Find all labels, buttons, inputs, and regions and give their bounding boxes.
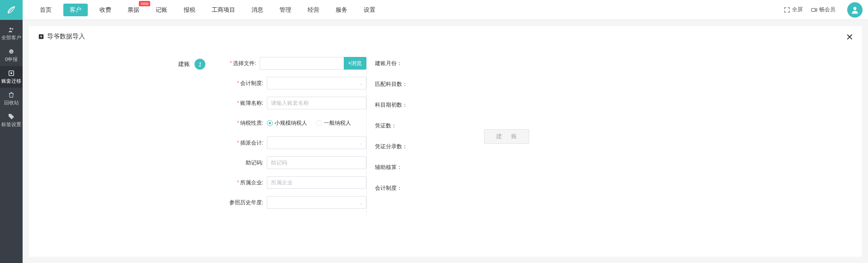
file-group: +浏览 (260, 57, 366, 70)
label-ref-year: 参照历史年度: (222, 199, 267, 207)
info-subject-open: 科目期初数： (375, 99, 457, 111)
step-indicator: 建账 1 (178, 59, 205, 70)
body-wrap: 全部客户 0 0申报 账套迁移 回收站 标签设置 导爷数据导入 ✕ (0, 20, 868, 263)
nav-business[interactable]: 工商项目 (204, 0, 243, 20)
panel: 导爷数据导入 ✕ 建账 1 *选择文件: +浏览 (29, 26, 862, 257)
svg-rect-0 (811, 8, 815, 11)
svg-text:0: 0 (10, 50, 12, 53)
input-enterprise[interactable] (267, 176, 366, 189)
row-tax-nature: *纳税性质: 小规模纳税人 一般纳税人 (222, 117, 366, 129)
member-link[interactable]: 畅会员 (811, 6, 835, 14)
sidebar-recycle[interactable]: 回收站 (0, 88, 23, 109)
nav-bill-label: 票据 (128, 6, 139, 13)
row-ref-year: 参照历史年度: ⌵ (222, 196, 366, 209)
row-accounting-system: *会计制度: ⌵ (222, 77, 366, 89)
sidebar-migrate[interactable]: 账套迁移 (0, 66, 23, 88)
row-enterprise: *所属企业: (222, 176, 366, 189)
svg-point-3 (12, 28, 13, 29)
leaf-icon (6, 5, 16, 15)
radio-icon (267, 120, 273, 126)
sidebar-item-label: 账套迁移 (1, 78, 21, 85)
info-voucher-count: 凭证数： (375, 119, 457, 132)
fullscreen-icon (784, 7, 790, 13)
step-label: 建账 (178, 60, 190, 68)
row-select-file: *选择文件: +浏览 (222, 57, 366, 70)
nav-tax[interactable]: 报税 (175, 0, 204, 20)
info-match-subject: 匹配科目数： (375, 78, 457, 90)
info-voucher-entry: 凭证分录数： (375, 140, 457, 153)
nav-service[interactable]: 服务 (327, 0, 356, 20)
info-aux-account: 辅助核算： (375, 161, 457, 174)
sidebar-item-label: 回收站 (4, 99, 19, 106)
app-logo[interactable] (0, 0, 23, 20)
fullscreen-toggle[interactable]: 全屏 (784, 6, 803, 14)
nav-account[interactable]: 记账 (147, 0, 175, 20)
sidebar-item-label: 标签设置 (1, 121, 21, 128)
form-area: 建账 1 *选择文件: +浏览 *会计制度: ⌵ (178, 57, 853, 216)
user-icon (850, 5, 859, 14)
users-icon (8, 26, 15, 33)
chevron-down-icon: ⌵ (360, 200, 362, 205)
label-mnemonic: 助记码: (222, 159, 267, 167)
video-icon (811, 7, 817, 13)
row-assign-accountant: *插派会计: ⌵ (222, 136, 366, 149)
input-mnemonic[interactable] (267, 156, 366, 169)
nav-customer[interactable]: 客户 (63, 4, 88, 16)
top-bar: 首页 客户 收费 票据 new 记账 报税 工商项目 消息 管理 经营 服务 设… (0, 0, 868, 20)
sidebar-item-label: 全部客户 (1, 34, 21, 41)
input-book-name[interactable] (267, 97, 366, 109)
row-mnemonic: 助记码: (222, 156, 366, 169)
fullscreen-label: 全屏 (792, 6, 803, 14)
radio-small-scale[interactable]: 小规模纳税人 (267, 119, 307, 127)
nav-home[interactable]: 首页 (32, 0, 60, 20)
sidebar-item-label: 0申报 (5, 56, 18, 63)
label-assign-accountant: *插派会计: (222, 139, 267, 147)
label-enterprise: *所属企业: (222, 179, 267, 187)
sidebar-all-customers[interactable]: 全部客户 (0, 23, 23, 44)
panel-title-text: 导爷数据导入 (47, 33, 85, 41)
select-ref-year[interactable]: ⌵ (267, 196, 366, 209)
circle-icon: 0 (8, 48, 15, 55)
label-tax-nature: *纳税性质: (222, 119, 267, 127)
info-create-month: 建账月份： (375, 57, 457, 70)
select-assign-accountant[interactable]: ⌵ (267, 136, 366, 149)
form-right-column: 建账月份： 匹配科目数： 科目期初数： 凭证数： 凭证分录数： 辅助核算： 会计… (366, 57, 457, 216)
main-content: 导爷数据导入 ✕ 建账 1 *选择文件: +浏览 (23, 20, 868, 263)
radio-group-tax: 小规模纳税人 一般纳税人 (267, 119, 351, 127)
form-left-column: *选择文件: +浏览 *会计制度: ⌵ *账簿名称: (222, 57, 366, 216)
browse-button[interactable]: +浏览 (344, 57, 366, 70)
label-accounting-system: *会计制度: (222, 80, 267, 87)
select-accounting-system[interactable]: ⌵ (267, 77, 366, 89)
sidebar-tag-setting[interactable]: 标签设置 (0, 109, 23, 131)
sidebar: 全部客户 0 0申报 账套迁移 回收站 标签设置 (0, 20, 23, 263)
radio-general[interactable]: 一般纳税人 (316, 119, 351, 127)
nav-setting[interactable]: 设置 (356, 0, 384, 20)
nav-charge[interactable]: 收费 (91, 0, 119, 20)
create-account-button[interactable]: 建 账 (484, 129, 529, 144)
step-number: 1 (194, 59, 205, 70)
top-right: 全屏 畅会员 (784, 2, 863, 18)
trash-icon (8, 91, 15, 99)
chevron-down-icon: ⌵ (360, 141, 362, 146)
nav-manage[interactable]: 管理 (271, 0, 299, 20)
import-icon (8, 70, 15, 77)
svg-point-1 (854, 7, 857, 10)
chevron-down-icon: ⌵ (360, 81, 362, 86)
file-input[interactable] (260, 57, 344, 70)
row-book-name: *账簿名称: (222, 97, 366, 109)
nav-bill[interactable]: 票据 new (119, 0, 147, 20)
label-book-name: *账簿名称: (222, 99, 267, 107)
nav-operate[interactable]: 经营 (299, 0, 327, 20)
close-button[interactable]: ✕ (846, 32, 854, 42)
panel-title: 导爷数据导入 (38, 33, 853, 41)
svg-point-2 (9, 28, 11, 29)
import-panel-icon (38, 33, 44, 40)
nav-message[interactable]: 消息 (243, 0, 271, 20)
form-action-column: 建 账 (457, 57, 529, 216)
member-label: 畅会员 (819, 6, 835, 14)
tag-icon (8, 113, 15, 120)
info-acct-system: 会计制度： (375, 182, 457, 194)
label-select-file: *选择文件: (222, 60, 260, 67)
user-avatar[interactable] (847, 2, 863, 18)
sidebar-zero-declare[interactable]: 0 0申报 (0, 44, 23, 66)
